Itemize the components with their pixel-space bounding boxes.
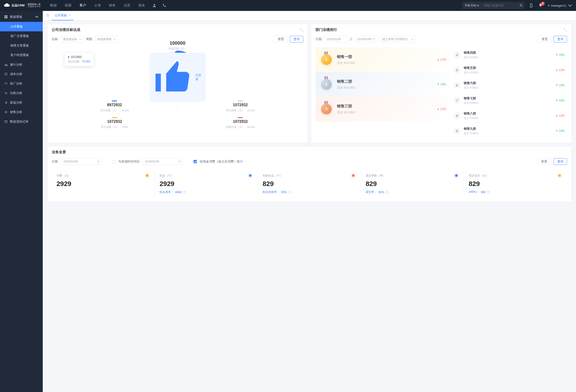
help-icon[interactable]: ? bbox=[288, 191, 291, 194]
rank-statby-select[interactable]: 按工单客户经理统计 bbox=[380, 36, 416, 43]
overview-card: 业务全景 日期 2018/01/08 与其他时间对比 2018/01/08 按现… bbox=[48, 147, 571, 202]
notifications-button[interactable]: 5 bbox=[539, 3, 543, 8]
calendar-icon bbox=[373, 38, 375, 40]
sidebar-item[interactable]: 推广分析 bbox=[0, 79, 43, 88]
goal-reset-button[interactable]: 重置 bbox=[274, 36, 288, 43]
sidebar-item-icon bbox=[4, 101, 8, 104]
topnav-item[interactable]: 线索 bbox=[65, 3, 71, 8]
sidebar-item[interactable]: 成本分析 bbox=[0, 69, 43, 79]
svg-point-26 bbox=[455, 174, 458, 177]
user-menu[interactable]: manager11 bbox=[548, 3, 572, 8]
ranking-card: 部门业绩排行 日期 2018/01/08 至 2018/01/08 按工单客户经… bbox=[311, 24, 571, 143]
sidebar-sub-item[interactable]: 公司看板 bbox=[0, 22, 43, 31]
rank-top-card[interactable]: 3销售三部流水 ¥10,90012% bbox=[316, 97, 451, 121]
user-icon[interactable] bbox=[152, 3, 156, 8]
sidebar-item-icon bbox=[4, 72, 8, 76]
topnav-item[interactable]: 数据 bbox=[50, 3, 57, 8]
content-pane: 公司看板 ✕ 公司业绩目标达成 目标 请选择目标 周期 请选择周期 重置 查询 bbox=[43, 11, 576, 392]
topbar: 云朵CRM 教育机构一站 式服务云平台 数据线索客户公海财务运营报名 手机号码 … bbox=[0, 0, 576, 11]
chevron-down-icon bbox=[568, 3, 572, 8]
phone-icon[interactable] bbox=[162, 3, 167, 8]
donut-tooltip: 1072932 所占比例：70.9% bbox=[65, 53, 93, 66]
svg-rect-4 bbox=[4, 15, 6, 17]
rank-row[interactable]: 5销售五部流水 ¥1902012% bbox=[451, 62, 567, 78]
svg-rect-22 bbox=[179, 161, 181, 163]
svg-rect-5 bbox=[6, 15, 7, 17]
search-box[interactable]: 手机号码 bbox=[462, 2, 524, 9]
overview-reset-button[interactable]: 重置 bbox=[538, 158, 551, 165]
kpi-icon bbox=[248, 173, 253, 178]
status-badge: 已达成 bbox=[150, 53, 206, 102]
topnav-item[interactable]: 运营 bbox=[124, 3, 130, 8]
kpi-cell: 机会（个）2929机会成本：¥948? bbox=[155, 172, 258, 196]
svg-point-1 bbox=[520, 4, 522, 6]
kpi-icon bbox=[144, 173, 150, 178]
rank-row[interactable]: 6销售六部流水 ¥1902010% bbox=[451, 78, 567, 93]
topnav-item[interactable]: 公海 bbox=[94, 3, 101, 8]
goal-target-select[interactable]: 请选择目标 bbox=[61, 36, 84, 43]
sidebar-item[interactable]: 漏斗分析 bbox=[0, 60, 43, 69]
help-icon[interactable]: ? bbox=[487, 191, 490, 194]
sidebar-item[interactable]: 渠道分析 bbox=[0, 98, 43, 107]
kpi-cell: 成交流水（元）829ARPU：¥80? bbox=[464, 172, 567, 196]
svg-rect-16 bbox=[5, 121, 7, 123]
rank-row[interactable]: 7销售七部流水 ¥1902010% bbox=[451, 93, 567, 108]
topnav-item[interactable]: 报名 bbox=[138, 3, 145, 8]
rank-row[interactable]: 9销售九部流水 ¥1902010% bbox=[451, 123, 567, 139]
rank-reset-button[interactable]: 重置 bbox=[538, 36, 551, 43]
goal-query-button[interactable]: 查询 bbox=[290, 36, 303, 43]
topnav: 数据线索客户公海财务运营报名 bbox=[50, 3, 145, 8]
sidebar-item[interactable]: 访客分析 bbox=[0, 88, 43, 98]
svg-point-25 bbox=[352, 174, 354, 177]
logo[interactable]: 云朵CRM 教育机构一站 式服务云平台 bbox=[4, 3, 41, 8]
search-icon[interactable] bbox=[519, 4, 523, 7]
overview-date-2[interactable]: 2018/01/08 bbox=[143, 158, 183, 165]
stat-cell: 1072932应完成量（元）8.9% bbox=[52, 115, 178, 131]
rank-date-to[interactable]: 2018/01/08 bbox=[355, 36, 378, 43]
tab-company-dashboard[interactable]: 公司看板 ✕ bbox=[52, 11, 73, 20]
rank-top-card[interactable]: 1销售一部流水 ¥10,90012% bbox=[316, 47, 451, 72]
help-icon[interactable]: ? bbox=[386, 191, 388, 194]
svg-point-14 bbox=[5, 111, 7, 113]
rank-row[interactable]: 8销售八部流水 ¥1902012% bbox=[451, 108, 567, 123]
help-icon[interactable]: ? bbox=[183, 191, 186, 194]
compare-checkbox[interactable] bbox=[112, 160, 115, 163]
rank-top-card[interactable]: 2销售二部流水 ¥10,90010% bbox=[316, 72, 451, 97]
search-input[interactable] bbox=[484, 4, 519, 7]
sidebar: 数据看板 公司看板推广主管看板销售主管看板客户经理看板 漏斗分析成本分析推广分析… bbox=[0, 11, 43, 392]
goal-period-select[interactable]: 请选择周期 bbox=[95, 36, 118, 43]
close-tab-icon[interactable]: ✕ bbox=[68, 14, 71, 17]
sidebar-sub-item[interactable]: 推广主管看板 bbox=[0, 31, 43, 41]
overview-query-button[interactable]: 查询 bbox=[554, 158, 567, 165]
svg-point-24 bbox=[249, 174, 251, 177]
online-indicator bbox=[548, 5, 549, 6]
chevron-down-icon bbox=[113, 38, 116, 40]
chevron-down-icon bbox=[79, 38, 82, 40]
expand-icon[interactable] bbox=[564, 28, 567, 31]
topnav-item[interactable]: 客户 bbox=[80, 3, 86, 8]
calendar-icon bbox=[178, 160, 181, 163]
rank-query-button[interactable]: 查询 bbox=[554, 36, 567, 43]
mobile-icon[interactable] bbox=[529, 3, 533, 8]
search-type-select[interactable]: 手机号码 bbox=[464, 3, 480, 7]
sidebar-item[interactable]: 数据流转记录 bbox=[0, 117, 43, 126]
sidebar-group-dashboards[interactable]: 数据看板 bbox=[0, 12, 43, 22]
stat-cell: 1072932超额完成（元）89.9% bbox=[178, 115, 303, 131]
goal-title: 公司业绩目标达成 bbox=[52, 28, 80, 32]
kpi-cell: 消费（元）2929 bbox=[52, 172, 155, 196]
topnav-item[interactable]: 财务 bbox=[109, 3, 116, 8]
collapse-sidebar-button[interactable] bbox=[46, 14, 49, 18]
cash-checkbox[interactable] bbox=[194, 160, 197, 163]
overview-date-1[interactable]: 2018/01/08 bbox=[61, 158, 102, 165]
svg-point-0 bbox=[154, 4, 155, 5]
expand-icon[interactable] bbox=[300, 28, 303, 31]
sidebar-sub-item[interactable]: 销售主管看板 bbox=[0, 41, 43, 50]
rank-date-from[interactable]: 2018/01/08 bbox=[325, 36, 347, 43]
username: manager11 bbox=[551, 4, 567, 7]
sidebar-sub-item[interactable]: 客户经理看板 bbox=[0, 50, 43, 60]
sidebar-item[interactable]: 销售分析 bbox=[0, 107, 43, 117]
chevron-down-icon bbox=[411, 38, 414, 40]
donut-chart: 100000 目标总量（元） 已达成 bbox=[154, 47, 201, 95]
rank-row[interactable]: 4销售四部流水 ¥1902010% bbox=[451, 47, 567, 62]
sidebar-item-icon bbox=[4, 91, 8, 95]
